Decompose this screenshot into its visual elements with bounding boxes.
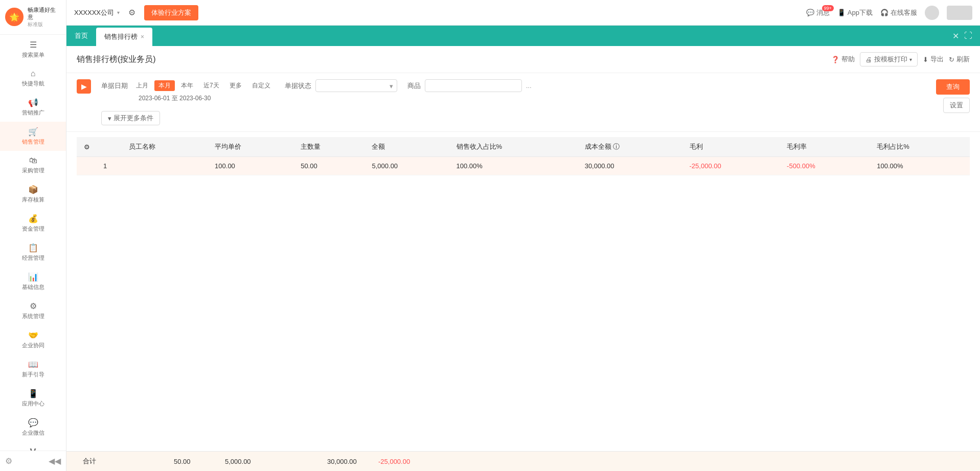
status-select[interactable] <box>315 79 397 92</box>
col-amount-header: 全额 <box>366 137 450 157</box>
date-tab-last-month[interactable]: 上月 <box>132 80 152 91</box>
col-avg-price-header: 平均单价 <box>209 137 294 157</box>
cell-avg-price: 100.00 <box>209 157 294 175</box>
help-button[interactable]: ❓ 帮助 <box>831 55 855 64</box>
date-tab-custom[interactable]: 自定义 <box>248 80 275 91</box>
window-maximize-button[interactable]: ⛶ <box>964 31 972 40</box>
online-service-button[interactable]: 🎧 在线客服 <box>880 8 917 17</box>
date-range-display: 2023-06-01 至 2023-06-30 <box>139 94 926 103</box>
export-button[interactable]: ⬇ 导出 <box>923 55 944 64</box>
cell-amount: 5,000.00 <box>366 157 450 175</box>
date-tab-this-month[interactable]: 本月 <box>154 80 175 91</box>
settings-small-button[interactable]: 设置 <box>943 98 970 113</box>
sidebar-item-label: 系统管理 <box>22 312 44 320</box>
sidebar-item-label: 应用中心 <box>22 400 44 408</box>
expand-wrap: ▾ 展开更多条件 <box>101 107 926 125</box>
col-gross-header: 毛利 <box>683 137 781 157</box>
sidebar-nav: ☰ 搜索菜单 ⌂ 快捷导航 📢 营销推广 🛒 销售管理 🛍 采购管理 📦 库存核… <box>0 35 66 451</box>
expand-more-button[interactable]: ▾ 展开更多条件 <box>101 111 160 125</box>
date-filter-label: 单据日期 <box>101 81 128 91</box>
logo-text: 畅康通好生意 <box>28 6 61 21</box>
message-button[interactable]: 💬 消息 99+ <box>806 8 830 17</box>
chevron-down-icon: ▾ <box>117 10 120 15</box>
col-gross-rate-header: 毛利率 <box>781 137 871 157</box>
col-settings-header[interactable]: ⚙ <box>77 137 97 157</box>
topbar-settings-button[interactable]: ⚙ <box>125 6 139 20</box>
enterprise-icon: 🤝 <box>28 330 38 340</box>
filter-toggle-button[interactable]: ▶ <box>77 79 91 94</box>
help-icon: ❓ <box>831 56 839 63</box>
table-row[interactable]: 1 100.00 50.00 5,000.00 100.00% 30,000.0… <box>77 157 970 175</box>
topbar: XXXXXX公司 ▾ ⚙ 体验行业方案 💬 消息 99+ 📱 App下载 🎧 在… <box>66 0 980 26</box>
page-title: 销售排行榜(按业务员) <box>77 54 156 65</box>
trial-button[interactable]: 体验行业方案 <box>144 5 198 20</box>
sidebar-item-finance[interactable]: 💰 资金管理 <box>0 209 66 238</box>
inventory-icon: 📦 <box>28 185 38 194</box>
tabbar: 首页 销售排行榜 × ✕ ⛶ <box>66 26 980 46</box>
sidebar-item-label: 营销推广 <box>22 109 44 117</box>
guide-icon: 📖 <box>28 360 38 369</box>
system-icon: ⚙ <box>30 301 37 311</box>
sidebar-item-enterprise[interactable]: 🤝 企业协同 <box>0 325 66 354</box>
sidebar-item-inventory[interactable]: 📦 库存核算 <box>0 180 66 209</box>
app-download-label: App下载 <box>848 8 873 17</box>
sidebar-item-purchase[interactable]: 🛍 采购管理 <box>0 151 66 180</box>
sidebar-item-label: 资金管理 <box>22 225 44 233</box>
date-tab-7days[interactable]: 近7天 <box>199 80 223 91</box>
goods-filter-label: 商品 <box>407 81 421 91</box>
page-actions: ❓ 帮助 🖨 按模板打印 ▾ ⬇ 导出 ↻ 刷新 <box>831 52 970 66</box>
sales-rank-tab-label: 销售排行榜 <box>104 32 138 41</box>
sidebar-item-basic-info[interactable]: 📊 基础信息 <box>0 267 66 296</box>
more-options-link[interactable]: ... <box>526 82 532 89</box>
sidebar-item-label: 基础信息 <box>22 283 44 291</box>
tab-close-icon[interactable]: × <box>141 33 144 40</box>
user-avatar[interactable] <box>925 6 939 20</box>
sidebar-item-label: 新手引导 <box>22 371 44 378</box>
sidebar-settings-icon[interactable]: ⚙ <box>5 456 12 466</box>
cell-sales-pct: 100.00% <box>450 157 579 175</box>
message-icon: 💬 <box>806 9 814 16</box>
date-tab-this-year[interactable]: 本年 <box>177 80 197 91</box>
sidebar-item-search[interactable]: ☰ 搜索菜单 <box>0 35 66 64</box>
sidebar-item-operations[interactable]: 📋 经营管理 <box>0 238 66 267</box>
sidebar-item-appstore[interactable]: 📱 应用中心 <box>0 384 66 413</box>
sidebar-item-label: 经营管理 <box>22 254 44 262</box>
sidebar-item-quicknav[interactable]: ⌂ 快捷导航 <box>0 64 66 93</box>
cell-gross: -25,000.00 <box>683 157 781 175</box>
date-tabs: 上月 本月 本年 近7天 更多 自定义 <box>132 80 275 91</box>
goods-input[interactable] <box>425 79 522 92</box>
export-label: 导出 <box>930 55 944 64</box>
status-filter-item: 单据状态 <box>285 79 397 92</box>
sidebar-item-marketing[interactable]: 📢 营销推广 <box>0 93 66 122</box>
tab-sales-rank[interactable]: 销售排行榜 × <box>96 28 152 46</box>
filter-right-actions: 查询 设置 <box>936 79 970 113</box>
sidebar-item-sales[interactable]: 🛒 销售管理 <box>0 122 66 151</box>
cell-cost: 30,000.00 <box>579 157 683 175</box>
chevron-down-icon: ▾ <box>108 115 111 122</box>
purchase-icon: 🛍 <box>29 156 37 165</box>
col-main-qty-header: 主数量 <box>294 137 366 157</box>
date-tab-more[interactable]: 更多 <box>225 80 246 91</box>
basic-info-icon: 📊 <box>28 272 38 282</box>
sidebar-item-system[interactable]: ⚙ 系统管理 <box>0 296 66 325</box>
query-button[interactable]: 查询 <box>936 79 970 95</box>
company-selector[interactable]: XXXXXX公司 ▾ <box>74 8 120 17</box>
window-close-button[interactable]: ✕ <box>952 31 959 41</box>
print-button[interactable]: 🖨 按模板打印 ▾ <box>860 52 918 66</box>
sidebar-item-member[interactable]: V 畅会员 <box>0 442 66 451</box>
sales-icon: 🛒 <box>28 127 38 137</box>
col-sales-pct-header: 销售收入占比% <box>450 137 579 157</box>
online-service-label: 在线客服 <box>891 8 917 17</box>
cell-settings <box>77 157 97 175</box>
sidebar-collapse-icon[interactable]: ◀◀ <box>49 456 61 466</box>
refresh-button[interactable]: ↻ 刷新 <box>949 55 970 64</box>
filter-inner: ▶ 单据日期 上月 本月 本年 近7天 更多 <box>77 79 970 125</box>
sidebar-item-label: 采购管理 <box>22 167 44 174</box>
app-download-button[interactable]: 📱 App下载 <box>837 8 873 17</box>
sales-rank-table: ⚙ 员工名称 平均单价 主数量 全额 销售收入占比% 成本全额 ⓘ 毛利 毛利率… <box>77 137 970 175</box>
goods-filter-item: 商品 ... <box>407 79 532 92</box>
sidebar-item-guide[interactable]: 📖 新手引导 <box>0 354 66 384</box>
status-select-wrap <box>315 79 397 92</box>
sidebar-item-wechat[interactable]: 💬 企业微信 <box>0 413 66 442</box>
tab-home[interactable]: 首页 <box>66 26 96 46</box>
